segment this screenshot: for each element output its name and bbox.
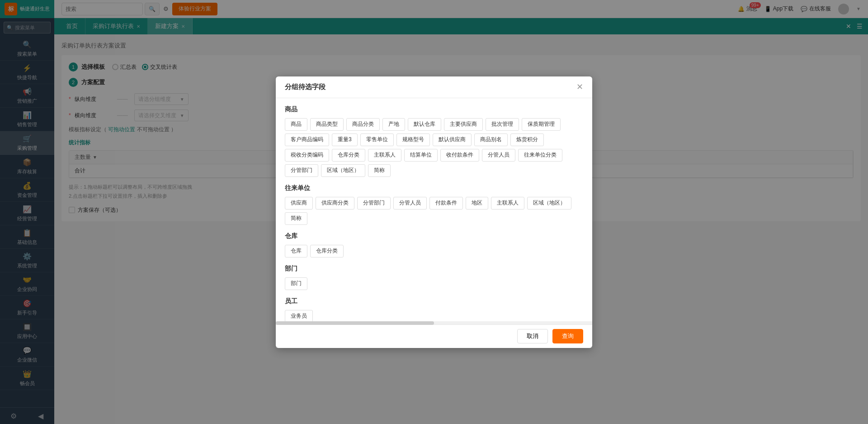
field-tags-goods: 商品商品类型商品分类产地默认仓库主要供应商批次管理保质期管理客户商品编码重量3零… xyxy=(285,118,583,177)
field-tag-商品类型[interactable]: 商品类型 xyxy=(310,118,344,131)
field-tag-保质期管理[interactable]: 保质期管理 xyxy=(522,118,561,131)
field-tag-商品分类[interactable]: 商品分类 xyxy=(346,118,380,131)
field-tag-产地[interactable]: 产地 xyxy=(382,118,405,131)
field-tag-商品别名[interactable]: 商品别名 xyxy=(474,133,508,146)
cancel-button[interactable]: 取消 xyxy=(517,329,548,343)
field-section-title-warehouse: 仓库 xyxy=(285,232,583,240)
field-tag-分管人员[interactable]: 分管人员 xyxy=(482,149,515,162)
field-section-goods: 商品商品商品类型商品分类产地默认仓库主要供应商批次管理保质期管理客户商品编码重量… xyxy=(285,105,583,177)
field-tag-仓库[interactable]: 仓库 xyxy=(285,245,307,257)
field-tags-department: 部门 xyxy=(285,277,583,290)
field-tag-分管部门[interactable]: 分管部门 xyxy=(357,197,391,210)
field-tag-主联系人[interactable]: 主联系人 xyxy=(491,197,524,210)
modal-footer: 取消 查询 xyxy=(276,324,592,348)
field-tag-商品[interactable]: 商品 xyxy=(285,118,307,131)
modal: 分组待选字段 ✕ 商品商品商品类型商品分类产地默认仓库主要供应商批次管理保质期管… xyxy=(276,76,592,348)
field-tag-收付款条件[interactable]: 收付款条件 xyxy=(440,149,479,162)
field-tag-供应商[interactable]: 供应商 xyxy=(285,197,313,210)
field-section-department: 部门部门 xyxy=(285,265,583,290)
confirm-button[interactable]: 查询 xyxy=(552,329,583,343)
field-tag-结算单位[interactable]: 结算单位 xyxy=(404,149,438,162)
field-tag-主联系人[interactable]: 主联系人 xyxy=(368,149,401,162)
field-tag-仓库分类[interactable]: 仓库分类 xyxy=(332,149,365,162)
field-tag-简称[interactable]: 简称 xyxy=(368,164,391,177)
field-section-title-employee: 员工 xyxy=(285,297,583,305)
field-tag-分管人员[interactable]: 分管人员 xyxy=(393,197,427,210)
field-tag-零售单位[interactable]: 零售单位 xyxy=(360,133,394,146)
field-tag-简称[interactable]: 简称 xyxy=(285,212,307,225)
field-section-title-department: 部门 xyxy=(285,265,583,273)
modal-close-btn[interactable]: ✕ xyxy=(576,82,583,92)
field-section-warehouse: 仓库仓库仓库分类 xyxy=(285,232,583,257)
modal-header: 分组待选字段 ✕ xyxy=(276,76,592,98)
modal-scrollbar[interactable] xyxy=(276,321,592,324)
modal-scrollbar-thumb[interactable] xyxy=(276,321,434,325)
field-section-title-contacts: 往来单位 xyxy=(285,184,583,192)
field-tag-仓库分类[interactable]: 仓库分类 xyxy=(310,245,344,257)
field-tag-供应商分类[interactable]: 供应商分类 xyxy=(316,197,354,210)
field-tag-税收分类编码[interactable]: 税收分类编码 xyxy=(285,149,329,162)
field-tag-主要供应商[interactable]: 主要供应商 xyxy=(444,118,483,131)
field-tag-重量3[interactable]: 重量3 xyxy=(332,133,358,146)
field-tags-employee: 业务员 xyxy=(285,310,583,322)
field-tag-规格型号[interactable]: 规格型号 xyxy=(396,133,430,146)
modal-overlay: 分组待选字段 ✕ 商品商品商品类型商品分类产地默认仓库主要供应商批次管理保质期管… xyxy=(0,0,868,424)
field-tag-批次管理[interactable]: 批次管理 xyxy=(486,118,519,131)
field-section-title-goods: 商品 xyxy=(285,105,583,114)
field-tag-炼货积分[interactable]: 炼货积分 xyxy=(510,133,544,146)
field-tag-分管部门[interactable]: 分管部门 xyxy=(285,164,318,177)
field-tag-默认仓库[interactable]: 默认仓库 xyxy=(408,118,441,131)
field-tag-业务员[interactable]: 业务员 xyxy=(285,310,313,322)
field-tag-客户商品编码[interactable]: 客户商品编码 xyxy=(285,133,329,146)
modal-title: 分组待选字段 xyxy=(285,83,326,91)
field-tag-往来单位分类[interactable]: 往来单位分类 xyxy=(518,149,562,162)
field-tag-地区[interactable]: 地区 xyxy=(466,197,488,210)
field-tags-contacts: 供应商供应商分类分管部门分管人员付款条件地区主联系人区域（地区）简称 xyxy=(285,197,583,225)
field-tags-warehouse: 仓库仓库分类 xyxy=(285,245,583,257)
field-tag-付款条件[interactable]: 付款条件 xyxy=(429,197,463,210)
field-tag-默认供应商[interactable]: 默认供应商 xyxy=(433,133,472,146)
modal-body: 商品商品商品类型商品分类产地默认仓库主要供应商批次管理保质期管理客户商品编码重量… xyxy=(276,98,592,322)
field-section-contacts: 往来单位供应商供应商分类分管部门分管人员付款条件地区主联系人区域（地区）简称 xyxy=(285,184,583,225)
field-tag-部门[interactable]: 部门 xyxy=(285,277,307,290)
field-tag-区域（地区）[interactable]: 区域（地区） xyxy=(527,197,571,210)
field-tag-区域（地区）[interactable]: 区域（地区） xyxy=(321,164,365,177)
field-section-employee: 员工业务员 xyxy=(285,297,583,322)
